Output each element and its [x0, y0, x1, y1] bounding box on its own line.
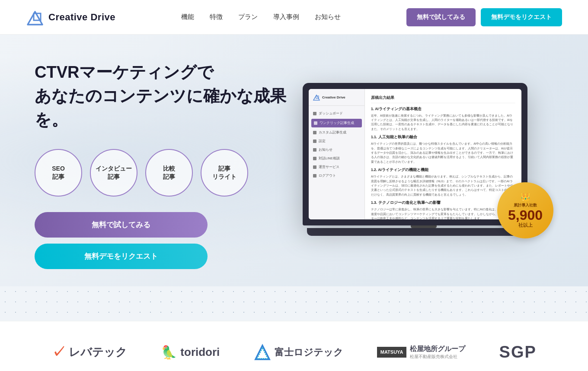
screen-s12-title: 1.2. AIライティングの機能と機能 — [371, 168, 515, 173]
header-trial-button[interactable]: 無料で試してみる — [406, 8, 476, 26]
dots-decoration — [0, 286, 588, 321]
screen-menu-dashboard: ダッシュボード — [309, 109, 364, 118]
circle-compare: 比較記事 — [145, 149, 193, 197]
levertech-icon: ✓ — [51, 344, 65, 360]
screen-menu-logout: ログアウト — [309, 171, 364, 180]
circle-interview: インタビュー記事 — [90, 149, 137, 197]
logos-section: ✓ レバテック 🦜 toridori 富士ロジテック MATSUYA 松屋地所グ… — [0, 321, 588, 371]
screen-menu-custom: カスタム記事生成 — [309, 128, 364, 137]
logo-sgp: SGP — [499, 343, 537, 361]
screen-menu-news: お知らせ — [309, 146, 364, 154]
screen-s11-title: 1.1. 人工知能と執筆の融合 — [371, 135, 515, 140]
sgp-text: SGP — [499, 343, 537, 361]
screen-logo-text: Creative Drive — [322, 95, 345, 99]
header: Creative Drive 機能 特徴 プラン 導入事例 お知らせ 無料で試し… — [0, 0, 588, 35]
nav-characteristics[interactable]: 特徴 — [210, 13, 223, 21]
logo-icon — [26, 8, 44, 26]
circle-seo: SEO記事 — [35, 149, 82, 197]
logout-icon — [313, 174, 316, 178]
hero-right: Creative Drive ダッシュボード ワンクリック記事生成 カ — [294, 83, 553, 247]
screen-sidebar: Creative Drive ダッシュボード ワンクリック記事生成 カ — [309, 89, 365, 219]
screen-s13-body: テクノロジーは常に扉進歩し、執筆の世界にも大きな影響を与えています。特にAIの進… — [371, 207, 515, 219]
logo-area: Creative Drive — [26, 8, 115, 26]
settings-icon — [313, 140, 316, 143]
nav-features[interactable]: 機能 — [181, 13, 194, 21]
nav-news[interactable]: お知らせ — [315, 13, 341, 21]
screen-s13-title: 1.3. テクノロジーの進化と執筆への影響 — [371, 200, 515, 206]
levertech-text: レバテック — [69, 345, 127, 360]
hero-heading: CTVRマーケティングで あなたのコンテンツに確かな成果を。 — [35, 60, 294, 132]
laptop-notch — [411, 225, 437, 228]
badge-number: 5,900 — [508, 208, 543, 222]
fuji-icon — [254, 344, 271, 361]
toridori-icon: 🦜 — [161, 345, 177, 360]
matsuya-text2: 松屋不動産販売株式会社 — [410, 354, 465, 360]
logo-text: Creative Drive — [48, 12, 115, 23]
hero-section: CTVRマーケティングで あなたのコンテンツに確かな成果を。 SEO記事 インタ… — [0, 35, 588, 286]
nav-cases[interactable]: 導入事例 — [273, 13, 299, 21]
screen-logo-area: Creative Drive — [309, 94, 364, 106]
screen-menu-line: 対話LINE相談 — [309, 154, 364, 163]
laptop-screen: Creative Drive ダッシュボード ワンクリック記事生成 カ — [309, 89, 521, 219]
logo-fuji: 富士ロジテック — [254, 344, 343, 361]
logo-toridori: 🦜 toridori — [161, 345, 220, 360]
laptop-mockup: Creative Drive ダッシュボード ワンクリック記事生成 カ — [303, 83, 545, 247]
hero-demo-button[interactable]: 無料デモをリクエスト — [35, 244, 208, 269]
screen-menu-oneclick: ワンクリック記事生成 — [311, 119, 362, 127]
hero-cta: 無料で試してみる 無料デモをリクエスト — [35, 212, 208, 269]
main-nav: 機能 特徴 プラン 導入事例 お知らせ — [181, 13, 341, 21]
logo-levertech: ✓ レバテック — [51, 344, 127, 360]
service-icon — [313, 165, 316, 169]
dashboard-icon — [313, 112, 316, 115]
hero-trial-button[interactable]: 無料で試してみる — [35, 212, 208, 238]
badge-suffix: 社以上 — [518, 222, 533, 228]
badge-wrapper: 👑 累計導入社数 5,900 社以上 — [497, 182, 553, 238]
logo-matsuya: MATSUYA 松屋地所グループ 松屋不動産販売株式会社 — [377, 345, 466, 360]
hero-circles: SEO記事 インタビュー記事 比較記事 記事リライト — [35, 149, 294, 197]
header-buttons: 無料で試してみる 無料デモをリクエスト — [406, 8, 562, 26]
circle-rewrite: 記事リライト — [201, 149, 248, 197]
custom-icon — [313, 131, 316, 134]
screen-menu-settings: 設定 — [309, 137, 364, 146]
toridori-text: toridori — [180, 346, 220, 359]
screen-s1-title: 1. AIライティングの基本概念 — [371, 107, 515, 112]
header-demo-button[interactable]: 無料デモをリクエスト — [481, 8, 562, 26]
screen-logo-icon — [313, 94, 320, 101]
matsuya-text1: 松屋地所グループ — [410, 345, 465, 354]
matsuya-icon: MATSUYA — [377, 347, 407, 358]
line-icon — [313, 157, 316, 160]
badge-crown-icon: 👑 — [521, 192, 530, 202]
matsuya-text-group: 松屋地所グループ 松屋不動産販売株式会社 — [410, 345, 465, 360]
news-icon — [313, 148, 316, 152]
laptop-body: Creative Drive ダッシュボード ワンクリック記事生成 カ — [303, 83, 527, 225]
screen-menu-service: 運営サービス — [309, 163, 364, 171]
screen-output-title: 原稿出力結果 — [371, 95, 515, 103]
fuji-text: 富士ロジテック — [275, 346, 343, 359]
badge-circle: 👑 累計導入社数 5,900 社以上 — [497, 182, 553, 238]
screen-s12-body: AIライティングとは、さまざまな機能と機能があります。例えば、シンプルなテキスト… — [371, 174, 515, 197]
screen-s11-body: AIライティングの世界的普及には、幾つかな特徴スタイルを含んでいます。AI中心の… — [371, 142, 515, 164]
hero-left: CTVRマーケティングで あなたのコンテンツに確かな成果を。 SEO記事 インタ… — [35, 60, 294, 269]
oneclick-icon — [314, 121, 317, 125]
screen-s1-body: 近年、AI技術が急速に発展するにつれ、ライティング業務においても多様な影響が及ん… — [371, 114, 515, 132]
nav-plan[interactable]: プラン — [238, 13, 258, 21]
